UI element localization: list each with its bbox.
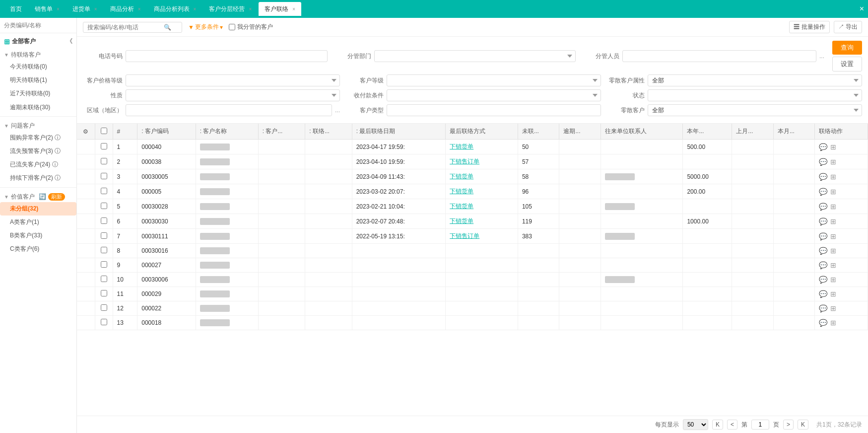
close-purchase-tab-icon[interactable]: × [94, 6, 97, 12]
row-select-checkbox[interactable] [101, 203, 107, 209]
refresh-icon[interactable]: 🔄 [39, 193, 46, 200]
filter-region-input[interactable] [126, 104, 332, 116]
row-select-checkbox[interactable] [101, 217, 107, 224]
search-input[interactable] [87, 24, 162, 31]
contact-method-link[interactable]: 下销货单 [450, 143, 473, 150]
contact-method-link[interactable]: 下销售订单 [450, 158, 479, 165]
chat-icon[interactable]: 💬 [819, 319, 827, 327]
sidebar-item-today-pending[interactable]: 今天待联络(0) [0, 60, 76, 73]
chat-icon[interactable]: 💬 [819, 261, 827, 269]
close-window-button[interactable]: × [860, 4, 864, 13]
contact-method-link[interactable]: 下销货单 [450, 203, 473, 210]
reset-button[interactable]: 设置 [832, 57, 862, 72]
contact-method-link[interactable]: 下销售订单 [450, 232, 479, 239]
chat-icon[interactable]: 💬 [819, 232, 827, 240]
tab-customer-contact[interactable]: 客户联络 × [259, 2, 301, 16]
chat-icon[interactable]: 💬 [819, 276, 827, 284]
contact-method-link[interactable]: 下销货单 [450, 173, 473, 180]
tab-product-analysis-list[interactable]: 商品分析列表 × [148, 2, 202, 16]
more-conditions-button[interactable]: ▼ 更多条件 ▾ [188, 23, 223, 31]
chat-icon[interactable]: 💬 [819, 217, 827, 225]
row-select-checkbox[interactable] [101, 173, 107, 179]
row-checkbox[interactable] [95, 199, 113, 214]
row-select-checkbox[interactable] [101, 261, 107, 268]
next-page-button[interactable]: > [783, 420, 794, 430]
row-checkbox[interactable] [95, 316, 113, 330]
row-select-checkbox[interactable] [101, 319, 107, 325]
contact-method-link[interactable]: 下销货单 [450, 217, 473, 224]
sidebar-search-input[interactable] [4, 22, 77, 29]
chat-icon[interactable]: 💬 [819, 188, 827, 196]
row-checkbox[interactable] [95, 273, 113, 287]
filter-customer-type-input[interactable] [387, 104, 601, 116]
row-select-checkbox[interactable] [101, 232, 107, 239]
sidebar-item-class-c[interactable]: C类客户(6) [0, 242, 76, 256]
close-customer-segment-tab-icon[interactable]: × [249, 6, 252, 12]
filter-payment-select[interactable] [387, 89, 601, 101]
my-customers-checkbox[interactable] [229, 24, 235, 30]
sidebar-item-churn-warning[interactable]: 流失预警客户(3) ⓘ [0, 144, 76, 158]
tab-product-analysis[interactable]: 商品分析 × [104, 2, 147, 16]
chat-icon[interactable]: 💬 [819, 304, 827, 312]
chat-icon[interactable]: 💬 [819, 173, 827, 181]
grid-action-icon[interactable]: ⊞ [830, 247, 836, 255]
sidebar-item-hoarding[interactable]: 囤购异常客户(2) ⓘ [0, 131, 76, 144]
my-customers-checkbox-label[interactable]: 我分管的客户 [229, 23, 273, 31]
filter-phone-input[interactable] [126, 50, 328, 62]
row-checkbox[interactable] [95, 169, 113, 184]
sidebar-item-churned[interactable]: 已流失客户(24) ⓘ [0, 158, 76, 171]
row-select-checkbox[interactable] [101, 276, 107, 282]
contact-method-link[interactable]: 下销货单 [450, 188, 473, 195]
grid-action-icon[interactable]: ⊞ [830, 203, 836, 211]
page-number-input[interactable] [751, 420, 769, 430]
sidebar-item-declining[interactable]: 持续下滑客户(2) ⓘ [0, 171, 76, 185]
page-size-select[interactable]: 20 50 100 [683, 419, 708, 430]
grid-action-icon[interactable]: ⊞ [830, 319, 836, 327]
row-checkbox[interactable] [95, 184, 113, 199]
chat-icon[interactable]: 💬 [819, 158, 827, 166]
first-page-button[interactable]: K [712, 420, 723, 430]
chat-icon[interactable]: 💬 [819, 247, 827, 255]
chat-icon[interactable]: 💬 [819, 203, 827, 211]
filter-scatter-select[interactable]: 全部 [648, 104, 862, 116]
filter-price-level-select[interactable] [126, 74, 340, 86]
tab-customer-segment[interactable]: 客户分层经营 × [203, 2, 258, 16]
settings-icon[interactable]: ⚙ [83, 128, 88, 135]
row-select-checkbox[interactable] [101, 290, 107, 296]
filter-customer-level-select[interactable] [387, 74, 601, 86]
grid-action-icon[interactable]: ⊞ [830, 217, 836, 225]
filter-scatter-attr-select[interactable]: 全部 [648, 74, 862, 86]
prev-page-button[interactable]: < [727, 420, 737, 430]
last-page-button[interactable]: K [798, 420, 808, 430]
grid-action-icon[interactable]: ⊞ [830, 276, 836, 284]
select-all-checkbox[interactable] [101, 128, 107, 134]
row-checkbox[interactable] [95, 287, 113, 301]
tab-sales[interactable]: 销售单 × [29, 2, 66, 16]
sidebar-item-unclassified[interactable]: 未分组(32) [0, 202, 76, 216]
query-button[interactable]: 查询 [832, 41, 862, 55]
filter-status-select[interactable] [648, 89, 862, 101]
row-checkbox[interactable] [95, 229, 113, 244]
sidebar-item-overdue-pending[interactable]: 逾期未联络(30) [0, 101, 76, 114]
close-customer-contact-tab-icon[interactable]: × [292, 6, 295, 12]
tab-home[interactable]: 首页 [4, 2, 28, 16]
grid-action-icon[interactable]: ⊞ [830, 232, 836, 240]
row-select-checkbox[interactable] [101, 158, 107, 164]
sidebar-item-class-b[interactable]: B类客户(33) [0, 229, 76, 242]
chat-icon[interactable]: 💬 [819, 143, 827, 151]
row-checkbox[interactable] [95, 140, 113, 154]
grid-action-icon[interactable]: ⊞ [830, 304, 836, 312]
filter-dept-select[interactable] [374, 50, 576, 62]
grid-action-icon[interactable]: ⊞ [830, 261, 836, 269]
all-customers-header[interactable]: ⊞ 全部客户 《 [0, 33, 76, 48]
row-select-checkbox[interactable] [101, 188, 107, 194]
row-checkbox[interactable] [95, 258, 113, 273]
grid-action-icon[interactable]: ⊞ [830, 158, 836, 166]
close-product-analysis-list-tab-icon[interactable]: × [194, 6, 197, 12]
row-select-checkbox[interactable] [101, 143, 107, 149]
search-icon[interactable]: 🔍 [164, 24, 171, 31]
grid-action-icon[interactable]: ⊞ [830, 188, 836, 196]
row-select-checkbox[interactable] [101, 247, 107, 253]
row-select-checkbox[interactable] [101, 304, 107, 311]
close-product-analysis-tab-icon[interactable]: × [138, 6, 141, 12]
